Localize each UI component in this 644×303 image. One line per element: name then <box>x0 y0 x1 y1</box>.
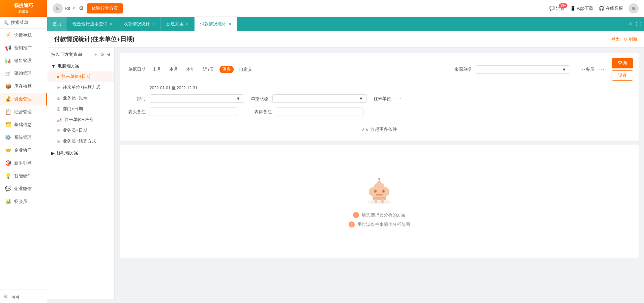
desktop-group-arrow-icon: ▼ <box>51 64 56 69</box>
sidebar-item-sales[interactable]: 📊 销售管理 <box>0 54 47 67</box>
logo-sub: 标准版 <box>14 9 33 14</box>
guide-icon: 🎯 <box>5 160 11 166</box>
tab-receipt-stats-close[interactable]: ✕ <box>152 22 155 26</box>
header-gear-icon[interactable]: ⚙ <box>79 5 84 11</box>
scheme-item-label: 往来单位+账号 <box>64 117 93 123</box>
status-select[interactable]: ▼ <box>272 94 367 103</box>
sidebar-item-guide[interactable]: 🎯 新手引导 <box>0 157 47 170</box>
message-item[interactable]: 💬 消息 99+ <box>549 5 565 11</box>
sidebar-item-system[interactable]: ⚙️ 系统管理 <box>0 131 47 144</box>
scheme-item-salesman-date[interactable]: ⊞ 业务员+日期 <box>47 125 114 136</box>
tab-close-all-icon[interactable]: ✕ <box>628 21 633 27</box>
user-avatar[interactable]: 用 <box>628 3 639 13</box>
svg-rect-7 <box>376 194 383 195</box>
wechat-icon: 💬 <box>5 186 11 192</box>
panel-settings-icon[interactable]: ⚙ <box>100 52 105 58</box>
collapse-sidebar-icon[interactable]: ◀◀ <box>11 294 19 299</box>
date-option-7days[interactable]: 近7天 <box>200 66 217 73</box>
date-option-custom[interactable]: 自定义 <box>236 66 255 73</box>
app-download-item[interactable]: 📱 App下载 <box>570 5 593 11</box>
scheme-item-counterpart-date[interactable]: ● 往来单位+日期 <box>47 71 114 82</box>
user-dropdown-arrow[interactable]: ▼ <box>72 6 76 10</box>
export-icon: ↑ <box>608 37 610 42</box>
date-filter-content: 上月 本月 本年 近7天 更多 自定义 <box>150 66 447 73</box>
scheme-item-dept-date[interactable]: ⊞ 部门+日期 <box>47 103 114 114</box>
sidebar-item-wechat[interactable]: 💬 企业微信 <box>0 182 47 195</box>
sidebar-item-operation[interactable]: 📋 经营管理 <box>0 105 47 118</box>
date-option-this-month[interactable]: 本月 <box>167 66 181 73</box>
scheme-item-salesman-account[interactable]: ⊞ 业务员+账号 <box>47 93 114 103</box>
trial-button[interactable]: 体验行业方案 <box>87 3 123 13</box>
refresh-button[interactable]: ↻ 刷新 <box>623 36 637 42</box>
tab-payment-stats-close[interactable]: ✕ <box>228 22 231 26</box>
sidebar-item-hardware[interactable]: 💡 智能硬件 <box>0 170 47 182</box>
empty-state: 1 请先选择要分析的方案 2 用过滤条件来缩小分析范围 <box>127 151 632 251</box>
tab-home[interactable]: 首页 <box>47 17 67 31</box>
export-button[interactable]: ↑ 导出 <box>608 36 620 42</box>
right-panel: 单据日期 上月 本月 本年 近7天 更多 自定义 来源单据 <box>115 48 644 299</box>
scheme-item-label: 部门+日期 <box>63 106 83 112</box>
sidebar-item-purchase[interactable]: 🛒 采购管理 <box>0 67 47 80</box>
tab-payment-stats[interactable]: 付款情况统计 ✕ <box>195 17 237 31</box>
panel-collapse-icon[interactable]: ◀ <box>107 52 110 58</box>
new-scheme-tab-label: 新建方案 <box>166 21 184 27</box>
salesman-dots[interactable]: ··· <box>598 66 605 72</box>
header-left: 头 Rit ▼ ⚙ 体验行业方案 <box>53 3 123 13</box>
svg-rect-12 <box>374 183 384 190</box>
svg-rect-14 <box>377 181 381 184</box>
dept-dropdown-icon: ▼ <box>236 96 240 101</box>
step-2-text: 用过滤条件来缩小分析范围 <box>357 221 410 228</box>
sidebar-item-label: 营销推广 <box>14 45 32 51</box>
date-option-more[interactable]: 更多 <box>219 66 234 73</box>
tab-new-scheme[interactable]: 新建方案 ✕ <box>161 17 195 31</box>
counterpart-settle-icon: ⊞ <box>57 85 61 90</box>
tab-bank-flow-close[interactable]: ✕ <box>110 22 113 26</box>
header-remark-input[interactable] <box>150 108 237 116</box>
basic-icon: 🗂️ <box>5 122 11 128</box>
tab-expand-icon[interactable]: ⛶ <box>636 21 641 27</box>
tab-bank-flow[interactable]: 现金银行流水查询 ✕ <box>67 17 118 31</box>
date-option-this-year[interactable]: 本年 <box>183 66 198 73</box>
tab-new-scheme-close[interactable]: ✕ <box>186 22 189 26</box>
scheme-item-label: 业务员+日期 <box>63 127 87 133</box>
sidebar-search[interactable]: 🔍 搜索菜单 <box>0 17 47 29</box>
sidebar-item-member[interactable]: 👑 畅会员 <box>0 195 47 208</box>
sidebar-item-enterprise[interactable]: 🤝 企业协同 <box>0 144 47 157</box>
sidebar-item-finance[interactable]: 💰 资金管理 <box>0 93 47 105</box>
settings-bottom-icon[interactable]: ⚙ <box>3 293 8 300</box>
settings-button[interactable]: 设置 <box>612 70 633 81</box>
sidebar-item-marketing[interactable]: 📢 营销推广 <box>0 41 47 54</box>
scheme-group-header-desktop[interactable]: ▼ 电脑端方案 <box>47 61 114 71</box>
filter-row-2: 部门 ▼ 单据状态 ▼ 往来单位 ··· <box>125 94 633 103</box>
mobile-group-label: 移动端方案 <box>57 150 79 156</box>
scheme-group-desktop: ▼ 电脑端方案 ● 往来单位+日期 ⊞ 往来单位+结算方式 ⊞ 业务员+账号 <box>47 61 114 147</box>
dept-date-icon: ⊞ <box>57 106 61 112</box>
date-option-last-month[interactable]: 上月 <box>150 66 164 73</box>
page-header-actions: ↑ 导出 ↻ 刷新 <box>608 36 638 42</box>
sidebar-item-label: 快捷导航 <box>14 32 32 38</box>
sidebar-item-label: 新手引导 <box>14 160 32 166</box>
purchase-icon: 🛒 <box>5 70 11 77</box>
sidebar-item-label: 库存核算 <box>14 83 32 89</box>
scheme-group-header-mobile[interactable]: ▶ 移动端方案 <box>47 148 114 158</box>
scheme-item-counterpart-account[interactable]: 📈 往来单位+账号 <box>47 114 114 125</box>
collapse-filter-button[interactable]: ∧∧ 收起更多条件 <box>359 124 400 135</box>
dept-select[interactable]: ▼ <box>150 94 244 103</box>
sidebar-item-quick-nav[interactable]: ⚡ 快捷导航 <box>0 29 47 41</box>
sidebar-item-inventory[interactable]: 📦 库存核算 <box>0 80 47 93</box>
panel-add-icon[interactable]: ＋ <box>93 52 98 58</box>
counterpart-dots[interactable]: ··· <box>395 96 402 102</box>
body-remark-input[interactable] <box>276 108 363 116</box>
receipt-stats-tab-label: 收款情况统计 <box>124 21 150 27</box>
sidebar-item-label: 经营管理 <box>14 109 32 115</box>
source-select[interactable]: ▼ <box>476 65 570 74</box>
scheme-item-label: 业务员+账号 <box>63 95 87 101</box>
sidebar-item-basic[interactable]: 🗂️ 基础信息 <box>0 118 47 131</box>
tab-receipt-stats[interactable]: 收款情况统计 ✕ <box>118 17 161 31</box>
source-select-value <box>479 67 481 72</box>
marketing-icon: 📢 <box>5 45 11 51</box>
scheme-item-counterpart-settle[interactable]: ⊞ 往来单位+结算方式 <box>47 82 114 93</box>
service-item[interactable]: 🎧 在线客服 <box>599 5 623 11</box>
query-button[interactable]: 查询 <box>612 58 633 68</box>
scheme-item-salesman-settle[interactable]: ⊞ 业务员+结算方式 <box>47 136 114 147</box>
